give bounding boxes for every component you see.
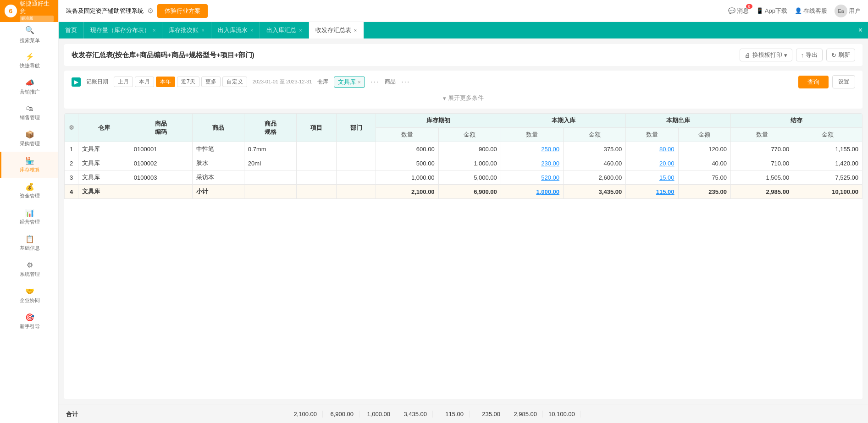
- cell-in-qty[interactable]: 1,000.00: [501, 185, 563, 199]
- sidebar-item-collab[interactable]: 🤝 企业协同: [0, 282, 58, 308]
- sidebar-item-inventory[interactable]: 🏪 库存核算: [0, 152, 58, 178]
- col-name-header: 商品: [193, 114, 244, 142]
- cell-bal-amt: 7,525.00: [793, 170, 862, 185]
- export-label: 导出: [806, 51, 818, 59]
- col-balance-header: 结存: [730, 114, 862, 128]
- goods-more[interactable]: ···: [401, 78, 410, 86]
- date-btn-prev-month[interactable]: 上月: [114, 77, 133, 87]
- tab-batch-close[interactable]: ×: [201, 27, 204, 33]
- cell-out-qty[interactable]: 115.00: [626, 185, 678, 199]
- date-btn-7days[interactable]: 近7天: [177, 77, 199, 87]
- cell-code: [130, 185, 192, 199]
- tab-summary[interactable]: 出入库汇总 ×: [260, 22, 309, 38]
- date-btn-this-year[interactable]: 本年: [156, 77, 175, 87]
- col-settings-header[interactable]: ⚙: [65, 114, 78, 142]
- sidebar-item-finance[interactable]: 💰 资金管理: [0, 178, 58, 204]
- tab-home-label: 首页: [65, 26, 77, 34]
- sidebar-item-search[interactable]: 🔍 搜索菜单: [0, 22, 58, 48]
- marketing-icon: 📣: [25, 78, 34, 87]
- cell-project: [297, 142, 337, 156]
- printer-icon: 🖨: [745, 52, 751, 59]
- sidebar-item-purchase[interactable]: 📦 采购管理: [0, 126, 58, 152]
- cell-in-qty[interactable]: 520.00: [501, 170, 563, 185]
- operation-icon: 📊: [25, 209, 34, 217]
- cell-open-qty: 1,000.00: [376, 170, 438, 185]
- quick-nav-icon: ⚡: [25, 52, 34, 61]
- footer-bar: 合计 2,100.00 6,900.00 1,000.00 3,435.00 1…: [59, 405, 868, 423]
- print-template-btn[interactable]: 🖨 换模板打印 ▾: [740, 49, 792, 61]
- avatar: Ea: [835, 5, 847, 17]
- sidebar-item-sales[interactable]: 🛍 销售管理: [0, 100, 58, 126]
- warehouse-filter-label: 仓库: [317, 78, 328, 86]
- cell-dept: [336, 142, 376, 156]
- footer-values: 2,100.00 6,900.00 1,000.00 3,435.00 115.…: [286, 411, 581, 418]
- tab-batch[interactable]: 库存批次账 ×: [162, 22, 211, 38]
- cell-out-qty[interactable]: 20.00: [626, 156, 678, 170]
- cell-out-qty[interactable]: 80.00: [626, 142, 678, 156]
- page-title: 收发存汇总表(按仓库+商品编码+商品+规格型号+项目+部门): [72, 51, 254, 60]
- sidebar-item-collab-label: 企业协同: [20, 297, 40, 304]
- cell-dept: [336, 185, 376, 199]
- system-icon: ⚙: [27, 261, 33, 269]
- app-download-btn[interactable]: 📱 App下载: [756, 7, 787, 15]
- phone-icon: 📱: [756, 7, 763, 14]
- tab-batch-label: 库存批次账: [169, 26, 199, 34]
- user-menu[interactable]: Ea 用户: [835, 5, 861, 17]
- logo-icon: 6: [5, 5, 17, 17]
- cell-project: [297, 170, 337, 185]
- expand-btn[interactable]: ▾ 展开更多条件: [72, 92, 855, 104]
- export-btn[interactable]: ↑ 导出: [796, 49, 823, 61]
- tab-summary-close[interactable]: ×: [299, 27, 302, 33]
- sidebar-item-basic[interactable]: 📋 基础信息: [0, 230, 58, 256]
- cell-bal-qty: 2,985.00: [730, 185, 793, 199]
- print-template-label: 换模板打印: [752, 51, 782, 59]
- cell-open-amt: 1,000.00: [438, 156, 501, 170]
- messages-btn[interactable]: 💬 消息 6: [728, 7, 749, 15]
- sidebar-item-system[interactable]: ⚙ 系统管理: [0, 256, 58, 282]
- cell-bal-amt: 10,100.00: [793, 185, 862, 199]
- tab-recv-summary-close[interactable]: ×: [354, 27, 357, 33]
- table-row: 2 文具库 0100002 胶水 20ml 500.00 1,000.00 23…: [65, 156, 862, 170]
- filter-settings-btn[interactable]: 设置: [832, 75, 855, 88]
- logo-tag: 标准版: [20, 16, 54, 22]
- cell-out-qty[interactable]: 15.00: [626, 170, 678, 185]
- date-btn-this-month[interactable]: 本月: [135, 77, 154, 87]
- warehouse-more[interactable]: ···: [370, 78, 379, 86]
- tab-stock-dist-label: 现存量（库存分布表）: [90, 26, 150, 34]
- footer-open-qty: 2,100.00: [286, 411, 323, 418]
- col-in-qty: 数量: [501, 128, 563, 142]
- date-btn-custom[interactable]: 自定义: [222, 77, 247, 87]
- cell-open-amt: 5,000.00: [438, 170, 501, 185]
- tab-home[interactable]: 首页: [59, 22, 84, 38]
- sidebar-item-operation[interactable]: 📊 经营管理: [0, 204, 58, 230]
- sidebar-item-quick-nav[interactable]: ⚡ 快捷导航: [0, 48, 58, 74]
- settings-icon[interactable]: ⚙: [147, 6, 154, 15]
- warehouse-tag-close[interactable]: ×: [358, 79, 360, 85]
- tab-recv-summary[interactable]: 收发存汇总表 ×: [309, 22, 364, 38]
- trial-btn[interactable]: 体验行业方案: [157, 4, 208, 18]
- tab-stock-dist[interactable]: 现存量（库存分布表） ×: [84, 22, 162, 38]
- cell-in-amt: 375.00: [564, 142, 626, 156]
- collapse-arrow[interactable]: ▶: [72, 77, 81, 87]
- sidebar-item-guide[interactable]: 🎯 新手引导: [0, 308, 58, 335]
- tab-flow-close[interactable]: ×: [250, 27, 253, 33]
- sidebar-item-marketing[interactable]: 📣 营销推广: [0, 74, 58, 100]
- query-btn[interactable]: 查询: [798, 76, 829, 88]
- purchase-icon: 📦: [25, 130, 34, 139]
- online-service-btn[interactable]: 👤 在线客服: [795, 7, 827, 15]
- col-opening-header: 库存期初: [376, 114, 501, 128]
- tab-flow[interactable]: 出入库流水 ×: [211, 22, 260, 38]
- cell-in-qty[interactable]: 230.00: [501, 156, 563, 170]
- logo-name: 畅捷通好生意: [20, 0, 54, 16]
- close-all-tabs[interactable]: ×: [853, 26, 868, 34]
- cell-bal-qty: 710.00: [730, 156, 793, 170]
- cell-in-qty[interactable]: 250.00: [501, 142, 563, 156]
- inventory-icon: 🏪: [25, 156, 34, 165]
- date-btn-more[interactable]: 更多: [201, 77, 221, 87]
- table-row: 4 文具库 小计 2,100.00 6,900.00 1,000.00 3,43…: [65, 185, 862, 199]
- refresh-btn[interactable]: ↻ 刷新: [826, 49, 855, 61]
- col-out-amt: 金额: [678, 128, 730, 142]
- sidebar-item-purchase-label: 采购管理: [20, 140, 40, 147]
- tab-summary-label: 出入库汇总: [266, 26, 296, 34]
- tab-stock-dist-close[interactable]: ×: [153, 27, 155, 33]
